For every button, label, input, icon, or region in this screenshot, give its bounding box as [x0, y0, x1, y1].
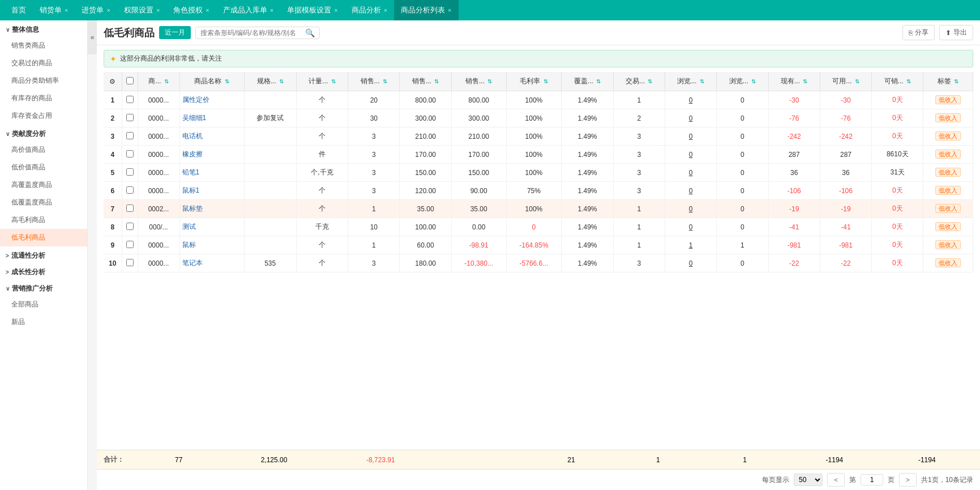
col-sales-amount[interactable]: 销售... ⇅ — [400, 72, 451, 91]
row-sales-amount: 180.00 — [400, 254, 451, 272]
col-views1[interactable]: 浏览... ⇅ — [665, 72, 716, 91]
sidebar-group-overall[interactable]: ∨ 整体信息 — [0, 20, 87, 37]
row-tag: 低收入 — [923, 146, 973, 164]
row-views1[interactable]: 0 — [665, 109, 716, 127]
sidebar-group-marketing[interactable]: ∨ 营销推广分析 — [0, 279, 87, 296]
col-coverage[interactable]: 覆盖... ⇅ — [562, 72, 613, 91]
col-tag[interactable]: 标签 ⇅ — [923, 72, 973, 91]
sidebar-item-high-coverage[interactable]: 高覆盖度商品 — [0, 176, 87, 194]
row-name[interactable]: 吴细细1 — [179, 109, 244, 127]
share-button[interactable]: ⎘ 分享 — [902, 25, 935, 40]
col-available-stock[interactable]: 可用... ⇅ — [820, 72, 871, 91]
sidebar-group-liquidity[interactable]: > 流通性分析 — [0, 246, 87, 263]
table-container: ⚙ 商... ⇅ 商品名称 ⇅ 规格... ⇅ 计量... ⇅ 销售... ⇅ … — [97, 72, 980, 450]
row-checkbox[interactable] — [122, 182, 138, 200]
row-views1[interactable]: 0 — [665, 127, 716, 146]
nav-template-settings[interactable]: 单据模板设置 × — [280, 0, 344, 20]
col-settings[interactable]: ⚙ — [104, 72, 122, 91]
row-checkbox[interactable] — [122, 109, 138, 127]
sidebar-item-new-products[interactable]: 新品 — [0, 313, 87, 331]
sidebar-item-sales-products[interactable]: 销售类商品 — [0, 37, 87, 54]
row-checkbox[interactable] — [122, 254, 138, 272]
nav-sales-order[interactable]: 销货单 × — [33, 0, 75, 20]
col-current-stock[interactable]: 现有... ⇅ — [768, 72, 820, 91]
nav-product-analysis[interactable]: 商品分析 × — [345, 0, 394, 20]
close-sales-order-icon[interactable]: × — [65, 7, 68, 14]
sidebar-collapse-button[interactable]: « — [88, 20, 97, 54]
close-purchase-order-icon[interactable]: × — [106, 7, 110, 14]
row-views1[interactable]: 0 — [665, 182, 716, 200]
sidebar-item-all-products[interactable]: 全部商品 — [0, 296, 87, 313]
col-gross-margin[interactable]: 毛利率 ⇅ — [506, 72, 562, 91]
row-checkbox[interactable] — [122, 164, 138, 182]
row-name[interactable]: 测试 — [179, 218, 244, 236]
col-name[interactable]: 商品名称 ⇅ — [179, 72, 244, 91]
sidebar-item-high-margin[interactable]: 高毛利商品 — [0, 211, 87, 229]
nav-permission-settings[interactable]: 权限设置 × — [117, 0, 166, 20]
row-name[interactable]: 鼠标垫 — [179, 200, 244, 218]
row-name[interactable]: 鼠标1 — [179, 182, 244, 200]
row-views1[interactable]: 0 — [665, 200, 716, 218]
prev-page-button[interactable]: ＜ — [827, 473, 845, 487]
sidebar-item-in-stock[interactable]: 有库存的商品 — [0, 90, 87, 107]
row-checkbox[interactable] — [122, 146, 138, 164]
date-filter-button[interactable]: 近一月 — [159, 26, 191, 39]
col-trade-count[interactable]: 交易... ⇅ — [613, 72, 665, 91]
export-button[interactable]: ⬆ 导出 — [939, 25, 973, 40]
row-name[interactable]: 属性定价 — [179, 91, 244, 109]
sidebar-item-low-value[interactable]: 低价值商品 — [0, 159, 87, 176]
sidebar-item-traded-products[interactable]: 交易过的商品 — [0, 54, 87, 72]
row-views1[interactable]: 0 — [665, 91, 716, 109]
col-sales-profit[interactable]: 销售... ⇅ — [451, 72, 506, 91]
sidebar-item-low-margin[interactable]: 低毛利商品 — [0, 229, 87, 246]
row-views1[interactable]: 0 — [665, 254, 716, 272]
sidebar-item-low-coverage[interactable]: 低覆盖度商品 — [0, 194, 87, 211]
close-product-inbound-icon[interactable]: × — [270, 7, 273, 14]
row-name[interactable]: 铅笔1 — [179, 164, 244, 182]
sidebar-group-growth[interactable]: > 成长性分析 — [0, 263, 87, 279]
row-sellable-days: 0天 — [872, 218, 923, 236]
row-name[interactable]: 电话机 — [179, 127, 244, 146]
next-page-button[interactable]: ＞ — [899, 473, 917, 487]
col-sales-qty[interactable]: 销售... ⇅ — [348, 72, 400, 91]
search-input[interactable] — [200, 29, 305, 37]
nav-purchase-order[interactable]: 进货单 × — [75, 0, 117, 20]
row-checkbox[interactable] — [122, 236, 138, 254]
row-coverage: 1.49% — [562, 182, 613, 200]
close-template-icon[interactable]: × — [334, 7, 337, 14]
search-icon[interactable]: 🔍 — [305, 28, 315, 37]
col-unit[interactable]: 计量... ⇅ — [296, 72, 348, 91]
sidebar-group-dedication[interactable]: ∨ 类献度分析 — [0, 125, 87, 141]
row-views1[interactable]: 1 — [665, 236, 716, 254]
row-checkbox[interactable] — [122, 200, 138, 218]
table-row: 4 0000... 橡皮擦 件 3 170.00 170.00 100% 1.4… — [104, 146, 973, 164]
per-page-select[interactable]: 50 20 100 — [794, 474, 823, 486]
nav-product-analysis-list[interactable]: 商品分析列表 × — [394, 0, 458, 20]
nav-role-auth[interactable]: 角色授权 × — [166, 0, 216, 20]
col-views2[interactable]: 浏览... ⇅ — [717, 72, 768, 91]
sidebar-item-category-sales-rate[interactable]: 商品分类助销率 — [0, 72, 87, 90]
row-name[interactable]: 橡皮擦 — [179, 146, 244, 164]
row-checkbox[interactable] — [122, 218, 138, 236]
row-views1[interactable]: 0 — [665, 218, 716, 236]
close-analysis-list-icon[interactable]: × — [448, 7, 451, 14]
sidebar-item-high-value[interactable]: 高价值商品 — [0, 141, 87, 159]
nav-product-inbound[interactable]: 产成品入库单 × — [216, 0, 280, 20]
row-views1[interactable]: 0 — [665, 146, 716, 164]
row-checkbox[interactable] — [122, 127, 138, 146]
row-sales-qty: 3 — [348, 164, 400, 182]
close-analysis-icon[interactable]: × — [384, 7, 387, 14]
col-code[interactable]: 商... ⇅ — [138, 72, 179, 91]
row-checkbox[interactable] — [122, 91, 138, 109]
row-name[interactable]: 笔记本 — [179, 254, 244, 272]
row-views1[interactable]: 0 — [665, 164, 716, 182]
nav-home[interactable]: 首页 — [5, 0, 33, 20]
close-role-icon[interactable]: × — [206, 7, 209, 14]
col-spec[interactable]: 规格... ⇅ — [244, 72, 296, 91]
close-permission-icon[interactable]: × — [156, 7, 160, 14]
page-number-input[interactable]: 1 — [861, 474, 883, 485]
select-all-checkbox[interactable] — [126, 77, 134, 84]
sidebar-item-capital-usage[interactable]: 库存资金占用 — [0, 107, 87, 125]
row-name[interactable]: 鼠标 — [179, 236, 244, 254]
col-sellable-days[interactable]: 可销... ⇅ — [872, 72, 923, 91]
